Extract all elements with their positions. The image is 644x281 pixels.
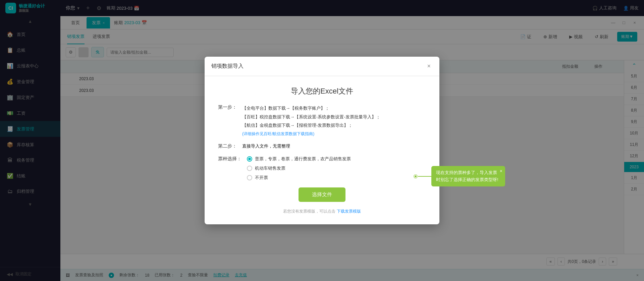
radio-group: 普票，专票，卷票，通行费发票，农产品销售发票 机动车销售发票 × 现在支持的票种… [247,156,351,181]
tooltip-text: 现在支持的票种多了，导入发票时别忘了选择正确的发票类型呀! [436,170,498,182]
radio-label-3: 不开票 [255,175,268,181]
radio-label-2: 机动车销售发票 [255,165,285,171]
modal-body: 导入您的Excel文件 第一步： 【全电平台】数据下载→【税务数字账户】； 【百… [205,76,439,224]
radio-circle-1 [247,156,252,162]
radio-option-2[interactable]: 机动车销售发票 × 现在支持的票种多了，导入发票时别忘了选择正确的发票类型呀! [247,165,351,171]
modal-footer-text: 若您没有发票模版，可以点击 [283,209,335,214]
step2-row: 第二步： 直接导入文件，无需整理 [218,143,426,149]
step1-row: 第一步： 【全电平台】数据下载→【税务数字账户】； 【百旺】税控盘数据下载→【系… [218,104,426,138]
step1-line-1: 【全电平台】数据下载→【税务数字账户】； [242,104,380,112]
step1-content: 【全电平台】数据下载→【税务数字账户】； 【百旺】税控盘数据下载→【系统设置-系… [242,104,380,138]
tooltip-line [418,176,431,177]
modal-excel-title: 导入您的Excel文件 [218,86,426,96]
modal-close-button[interactable]: × [425,62,433,70]
tooltip-close-icon[interactable]: × [500,167,502,175]
ticket-select-row: 票种选择： 普票，专票，卷票，通行费发票，农产品销售发票 机动车销售发票 [218,156,426,181]
tooltip-bubble: × 现在支持的票种多了，导入发票时别忘了选择正确的发票类型呀! [431,166,505,187]
select-file-button[interactable]: 选择文件 [299,187,345,202]
import-modal: 销项数据导入 × 导入您的Excel文件 第一步： 【全电平台】数据下载→【税务… [205,57,439,224]
tooltip-container: × 现在支持的票种多了，导入发票时别忘了选择正确的发票类型呀! [414,166,505,187]
modal-header: 销项数据导入 × [205,57,439,76]
modal-title: 销项数据导入 [211,63,244,70]
step1-line-3: 【航信】金税盘数据下载→【报税管理-发票数据导出】； [242,121,380,129]
radio-option-3[interactable]: 不开票 [247,175,351,181]
step2-content: 直接导入文件，无需整理 [242,143,290,149]
radio-circle-3 [247,175,252,180]
step1-label: 第一步： [218,104,238,110]
radio-circle-2 [247,166,252,171]
download-template-link[interactable]: 下载发票模版 [337,209,361,214]
radio-label-1: 普票，专票，卷票，通行费发票，农产品销售发票 [255,156,351,162]
step2-label: 第二步： [218,143,238,149]
modal-footer: 若您没有发票模版，可以点击 下载发票模版 [218,209,426,214]
radio-option-1[interactable]: 普票，专票，卷票，通行费发票，农产品销售发票 [247,156,351,162]
ticket-label: 票种选择： [218,156,241,162]
tooltip-dot [414,175,417,178]
step1-line-2: 【百旺】税控盘数据下载→【系统设置-系统参数设置-发票批量导入】； [242,113,380,121]
modal-overlay: 销项数据导入 × 导入您的Excel文件 第一步： 【全电平台】数据下载→【税务… [0,0,644,281]
step1-detail-link[interactable]: (详细操作见百旺/航信发票数据下载指南) [242,130,380,138]
